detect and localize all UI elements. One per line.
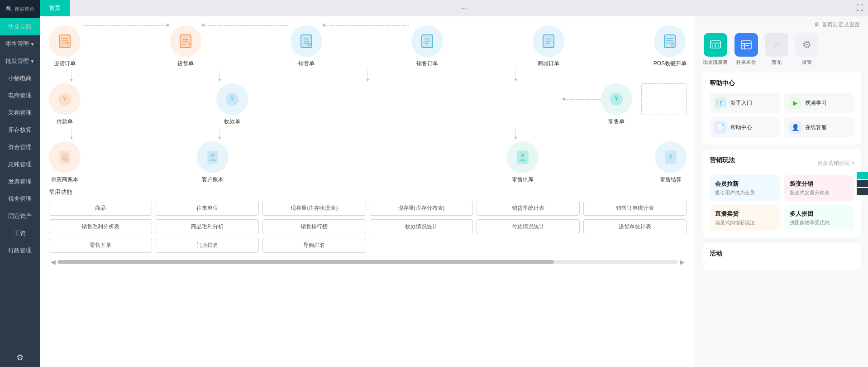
circle-jinhuodan[interactable] xyxy=(170,25,201,57)
func-btn-goods-profit[interactable]: 商品毛利分析 xyxy=(156,219,259,234)
float-btn-community[interactable]: 服务社区 xyxy=(857,180,868,187)
marketing-item-member[interactable]: 会员拉新 吸引用户成为会员 xyxy=(710,175,780,201)
scroll-track[interactable] xyxy=(57,260,678,264)
label-kehuzhben: 客户账本 xyxy=(202,176,224,184)
circle-fukuandan[interactable]: ¥ xyxy=(49,83,81,115)
quick-icon-none[interactable]: ○ 暂无 xyxy=(765,33,788,66)
home-customize-button[interactable]: ⚙ 首页自定义设置 xyxy=(703,21,861,29)
label-shoukuandan: 收款单 xyxy=(224,118,240,126)
sidebar-item-inventory[interactable]: 库存核算 xyxy=(0,121,40,139)
main-area: 首页 ⋯ ⛶ xyxy=(40,0,868,367)
sidebar-item-wholesale[interactable]: 批发管理 ▼ xyxy=(0,53,40,70)
float-btn-desktop[interactable]: 桌面快捷 xyxy=(857,188,868,195)
sidebar-search[interactable]: 🔍 搜索菜单 xyxy=(0,0,40,18)
func-btn-goods[interactable]: 商品 xyxy=(49,201,152,216)
float-buttons: 客服热线 服务社区 桌面快捷 xyxy=(857,172,868,195)
arrow-2 xyxy=(204,25,288,26)
sidebar-item-invoice[interactable]: 发票管理 xyxy=(0,173,40,190)
circle-shoukuandan[interactable]: ¥ xyxy=(216,83,248,115)
func-btn-purchase-stats[interactable]: 进货单统计表 xyxy=(583,219,687,234)
circle-kehuzhben[interactable] xyxy=(197,141,229,173)
inventory-label: 库存核算 xyxy=(8,126,32,134)
fixed-assets-label: 固定资产 xyxy=(8,212,32,220)
func-btn-sales-ranking[interactable]: 销售排行榜 xyxy=(262,219,366,234)
sidebar-item-ecommerce-small[interactable]: 小畅电商 xyxy=(0,70,40,87)
salary-label: 工资 xyxy=(14,229,26,237)
func-btn-retail-order[interactable]: 零售开单 xyxy=(49,238,152,253)
circle-xiaohuodan[interactable]: ¥ xyxy=(291,25,322,57)
label-pos: POS收银开单 xyxy=(653,60,687,68)
help-icon-el: 📄 xyxy=(714,121,727,134)
sidebar-item-fixed-assets[interactable]: 固定资产 xyxy=(0,208,40,225)
wholesale-arrow: ▼ xyxy=(30,59,35,64)
sidebar-item-quick-nav[interactable]: 快捷导航 xyxy=(0,18,40,35)
tab-home[interactable]: 首页 xyxy=(40,0,70,16)
circle-lingshouchuku[interactable] xyxy=(507,141,539,173)
func-btn-order-stats[interactable]: 销售订单统计表 xyxy=(583,201,687,216)
tab-more-button[interactable]: ⋯ xyxy=(455,4,472,12)
help-item-video[interactable]: ▶ 视频学习 xyxy=(784,93,854,113)
func-btn-units[interactable]: 往来单位 xyxy=(156,201,259,216)
node-shoukuandan: ¥ 收款单 xyxy=(216,83,248,126)
quick-icon-settings[interactable]: ⚙ 设置 xyxy=(795,33,819,66)
svg-point-29 xyxy=(521,154,525,157)
func-btn-payment-stats[interactable]: 付款情况统计 xyxy=(477,219,580,234)
fission-desc: 裂变式发展分销商 xyxy=(790,189,849,196)
common-functions-section: 常用功能 商品 往来单位 现存量(库存状况表) 现存量(库存分布表) 销货单统计… xyxy=(49,188,687,266)
scrollbar-area: ◀ ▶ xyxy=(49,257,687,266)
fukuandan-icon: ¥ xyxy=(57,91,73,107)
sidebar-item-salary[interactable]: 工资 xyxy=(0,225,40,242)
retail-label: 零售管理 xyxy=(5,40,29,48)
quick-icon-units[interactable]: 往来单位 xyxy=(734,33,758,66)
settings-icon-box: ⚙ xyxy=(795,33,819,57)
func-btn-sales-stats[interactable]: 销货单统计表 xyxy=(477,201,580,216)
marketing-item-fission[interactable]: 裂变分销 裂变式发展分销商 xyxy=(784,175,854,201)
circle-pos[interactable] xyxy=(654,25,686,57)
circle-shangchengdddan[interactable] xyxy=(533,25,564,57)
scroll-left-button[interactable]: ◀ xyxy=(49,257,57,266)
svg-rect-17 xyxy=(671,42,674,46)
func-btn-inventory-dist[interactable]: 现存量(库存分布表) xyxy=(370,201,473,216)
activity-card: 活动 xyxy=(703,243,861,270)
more-marketing-link[interactable]: 更多营销玩法 > xyxy=(817,159,854,167)
circle-lingshoujiesuan[interactable]: ¥ xyxy=(655,141,687,173)
units-icon xyxy=(740,39,753,51)
sidebar-item-admin[interactable]: 行政管理 xyxy=(0,242,40,259)
xiaohuodan-icon: ¥ xyxy=(298,33,315,49)
func-btn-collection-stats[interactable]: 收款情况统计 xyxy=(370,219,473,234)
video-icon: ▶ xyxy=(789,97,801,109)
sidebar-item-retail[interactable]: 零售管理 ▼ xyxy=(0,35,40,53)
sidebar-item-tax[interactable]: 税务管理 xyxy=(0,190,40,208)
node-lingshouchuku: 零售出库 xyxy=(507,141,539,184)
func-btn-guide-ranking[interactable]: 导购排名 xyxy=(262,238,366,253)
label-lingshoujiesuan: 零售结算 xyxy=(660,176,682,184)
label-xiaoshoudddan: 销售订单 xyxy=(416,60,438,68)
circle-gongyingshang[interactable] xyxy=(49,141,81,173)
circle-jinhuodddan[interactable] xyxy=(49,25,81,57)
quick-icon-cashflow[interactable]: 现金流量表 xyxy=(703,33,728,66)
help-item-help[interactable]: 📄 帮助中心 xyxy=(710,117,780,137)
func-btn-store-ranking[interactable]: 门店排名 xyxy=(156,238,259,253)
func-btn-profit-analysis[interactable]: 销售毛利分析表 xyxy=(49,219,152,234)
marketing-item-live[interactable]: 直播卖货 场景式购物新玩法 xyxy=(710,205,780,231)
scroll-right-button[interactable]: ▶ xyxy=(678,257,687,266)
sidebar-item-purchase[interactable]: 采购管理 xyxy=(0,104,40,121)
sidebar-item-capital[interactable]: 资金管理 xyxy=(0,139,40,156)
live-desc: 场景式购物新玩法 xyxy=(715,219,774,226)
help-item-beginner[interactable]: 📧 新手入门 xyxy=(710,93,780,113)
circle-lingshouddan[interactable]: ¥ xyxy=(601,83,632,115)
sidebar-settings-button[interactable]: ⚙ xyxy=(0,348,40,367)
fullscreen-button[interactable]: ⛶ xyxy=(856,4,868,12)
sidebar-item-ecommerce[interactable]: 电商管理 xyxy=(0,87,40,104)
label-jinhuodan: 进货单 xyxy=(177,60,194,68)
svg-text:¥: ¥ xyxy=(230,95,234,102)
help-item-service[interactable]: 👤 在线客服 xyxy=(784,117,854,137)
beginner-label: 新手入门 xyxy=(730,99,752,107)
sidebar-item-general-ledger[interactable]: 总账管理 xyxy=(0,156,40,173)
float-btn-service[interactable]: 客服热线 xyxy=(857,172,868,179)
circle-xiaoshoudddan[interactable] xyxy=(411,25,443,57)
marketing-item-group[interactable]: 多人拼团 拼团购物享受优惠 xyxy=(784,205,854,231)
func-btn-inventory-status[interactable]: 现存量(库存状况表) xyxy=(262,201,366,216)
member-desc: 吸引用户成为会员 xyxy=(715,189,774,196)
node-jinhuodan: 进货单 xyxy=(170,25,201,68)
